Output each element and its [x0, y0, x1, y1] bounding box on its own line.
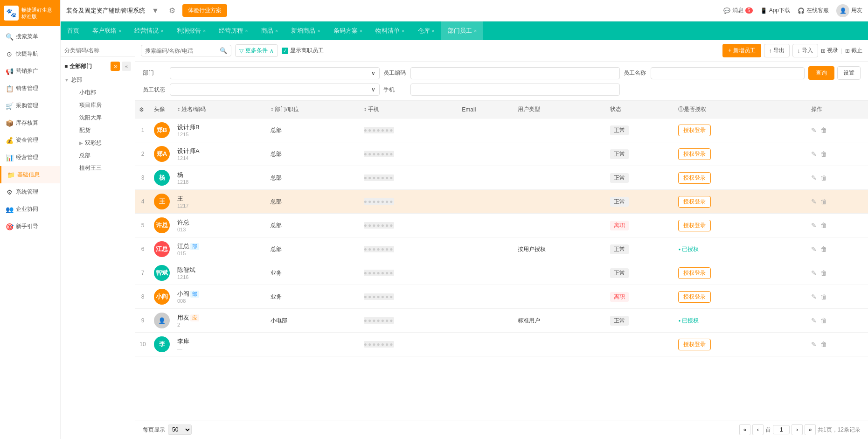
user-item[interactable]: 👤 用友	[836, 4, 862, 17]
edit-button[interactable]: ✎	[811, 150, 817, 158]
dept-item-double[interactable]: ▶ 双彩想	[72, 137, 135, 149]
close-icon[interactable]: ×	[317, 28, 320, 34]
dept-item-shenyang[interactable]: 沈阳大库	[72, 111, 135, 124]
more-options-button[interactable]: ⊞ 截止	[845, 47, 862, 55]
delete-button[interactable]: 🗑	[820, 269, 827, 277]
dept-collapse-button[interactable]: «	[122, 62, 131, 71]
more-conditions-button[interactable]: ▽ 更多条件 ∧	[235, 44, 278, 57]
delete-button[interactable]: 🗑	[820, 317, 827, 324]
close-icon[interactable]: ×	[245, 28, 248, 34]
auth-login-button[interactable]: 授权登录	[678, 196, 711, 208]
delete-button[interactable]: 🗑	[820, 174, 827, 181]
delete-button[interactable]: 🗑	[820, 222, 827, 229]
sidebar-item-basic-info[interactable]: 📁 基础信息	[0, 166, 60, 183]
tab-customer[interactable]: 客户联络 ×	[86, 21, 128, 40]
delete-button[interactable]: 🗑	[820, 126, 827, 134]
emp-code-input[interactable]	[410, 67, 620, 79]
edit-button[interactable]: ✎	[811, 245, 817, 253]
sidebar-item-purchase[interactable]: 🛒 采购管理	[0, 97, 60, 114]
auth-login-button[interactable]: 授权登录	[678, 339, 711, 350]
sidebar-item-collab[interactable]: 👥 企业协同	[0, 201, 60, 218]
view-button[interactable]: ⊞ 视录	[821, 47, 838, 55]
sidebar-item-finance[interactable]: 💰 资金管理	[0, 132, 60, 149]
emp-name-input[interactable]	[651, 67, 805, 79]
per-page-select[interactable]: 50 100 200	[168, 425, 192, 435]
auth-login-button[interactable]: 授权登录	[678, 267, 711, 279]
last-page-button[interactable]: »	[805, 424, 816, 435]
tab-bom[interactable]: 物料清单 ×	[369, 21, 411, 40]
delete-button[interactable]: 🗑	[820, 293, 827, 300]
dept-item-plant[interactable]: 植树王三	[72, 162, 135, 174]
sidebar-item-marketing[interactable]: 📢 营销推广	[0, 63, 60, 80]
settings-icon[interactable]: ▼	[149, 4, 162, 17]
tab-home[interactable]: 首页	[61, 21, 86, 40]
dept-item-xiao-elec[interactable]: 小电部	[72, 86, 135, 99]
search-input[interactable]	[145, 48, 220, 54]
dept-filter-select[interactable]: ∨	[170, 67, 380, 79]
dept-add-button[interactable]: ⊙	[111, 62, 120, 71]
dept-item-root[interactable]: ▼ 总部	[61, 74, 135, 86]
close-icon[interactable]: ×	[118, 28, 121, 34]
edit-button[interactable]: ✎	[811, 341, 817, 348]
tab-operations-history[interactable]: 经营历程 ×	[212, 21, 254, 40]
edit-button[interactable]: ✎	[811, 269, 817, 277]
set-button[interactable]: 设置	[837, 66, 861, 80]
delete-button[interactable]: 🗑	[820, 150, 827, 158]
close-icon[interactable]: ×	[360, 28, 362, 34]
tab-warehouse[interactable]: 仓库 ×	[411, 21, 441, 40]
close-icon[interactable]: ×	[275, 28, 278, 34]
edit-button[interactable]: ✎	[811, 222, 817, 229]
delete-button[interactable]: 🗑	[820, 341, 827, 348]
edit-button[interactable]: ✎	[811, 174, 817, 181]
next-page-button[interactable]: ›	[792, 424, 803, 435]
trial-button[interactable]: 体验行业方案	[182, 4, 227, 17]
edit-button[interactable]: ✎	[811, 317, 817, 324]
close-icon[interactable]: ×	[432, 28, 435, 34]
first-page-button[interactable]: «	[739, 424, 750, 435]
dept-item-distribution[interactable]: 配货	[72, 124, 135, 137]
tab-operations-status[interactable]: 经营情况 ×	[128, 21, 170, 40]
sidebar-item-inventory[interactable]: 📦 库存核算	[0, 114, 60, 132]
sidebar-item-quicknav[interactable]: ⊙ 快捷导航	[0, 45, 60, 63]
app-download-item[interactable]: 📱 App下载	[760, 7, 790, 14]
tab-department-staff[interactable]: 部门员工 ×	[441, 21, 483, 40]
export-button[interactable]: ↑ 导出	[764, 44, 790, 57]
sidebar-item-system[interactable]: ⚙ 系统管理	[0, 183, 60, 201]
auth-login-button[interactable]: 授权登录	[678, 291, 711, 303]
message-item[interactable]: 💬 消息 5	[723, 7, 753, 14]
prev-page-button[interactable]: ‹	[752, 424, 764, 435]
online-service-item[interactable]: 🎧 在线客服	[798, 7, 829, 14]
sidebar-item-sales[interactable]: 📋 销售管理	[0, 80, 60, 97]
edit-button[interactable]: ✎	[811, 198, 817, 205]
auth-login-button[interactable]: 授权登录	[678, 220, 711, 231]
close-icon[interactable]: ×	[160, 28, 163, 34]
dept-item-project[interactable]: 项目库房	[72, 99, 135, 111]
sidebar-item-guide[interactable]: 🎯 新手引导	[0, 218, 60, 235]
show-resigned-toggle[interactable]: ✓ 显示离职员工	[282, 47, 324, 55]
close-icon[interactable]: ×	[474, 28, 477, 34]
auth-login-button[interactable]: 授权登录	[678, 172, 711, 184]
tab-barcode[interactable]: 条码方案 ×	[327, 21, 369, 40]
delete-button[interactable]: 🗑	[820, 198, 827, 205]
dept-item-hq[interactable]: 总部	[72, 149, 135, 162]
name-col-header[interactable]: ↕ 姓名/编码	[174, 101, 267, 118]
tab-profit-report[interactable]: 利润报告 ×	[170, 21, 212, 40]
close-icon[interactable]: ×	[203, 28, 206, 34]
add-employee-button[interactable]: + 新增员工	[722, 44, 761, 57]
gear-button[interactable]: ⚙	[166, 4, 179, 17]
auth-login-button[interactable]: 授权登录	[678, 125, 711, 136]
page-number-input[interactable]	[773, 425, 790, 434]
import-button[interactable]: ↓ 导入	[792, 44, 818, 57]
close-icon[interactable]: ×	[402, 28, 404, 34]
phone-col-header[interactable]: ↕ 手机	[360, 101, 458, 118]
sidebar-item-operations[interactable]: 📊 经营管理	[0, 149, 60, 166]
settings-col-header[interactable]: ⚙	[135, 101, 150, 118]
dept-search-input[interactable]	[64, 47, 134, 54]
phone-input[interactable]	[410, 84, 620, 96]
auth-login-button[interactable]: 授权登录	[678, 148, 711, 160]
tab-add-goods[interactable]: 新增商品 ×	[285, 21, 326, 40]
dept-col-header[interactable]: ↕ 部门/职位	[267, 101, 360, 118]
edit-button[interactable]: ✎	[811, 126, 817, 134]
tab-goods[interactable]: 商品 ×	[255, 21, 285, 40]
delete-button[interactable]: 🗑	[820, 245, 827, 253]
